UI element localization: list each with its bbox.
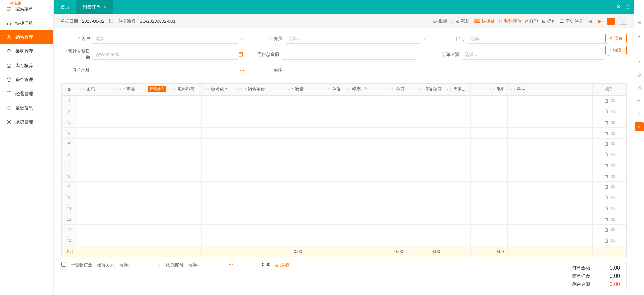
delete-row-icon[interactable]: 🗑 <box>604 119 609 125</box>
shortcut-link[interactable]: ⌨ 快捷键 <box>474 18 495 24</box>
settings-button[interactable]: ⚙ 设置 <box>605 34 627 43</box>
col-quote[interactable]: ▲▼报价金额 <box>407 84 444 96</box>
delete-row-icon[interactable]: 🗑 <box>604 173 609 179</box>
col-unit[interactable]: ▲▼*销售单位 <box>235 84 269 96</box>
table-row[interactable]: 11🗑⧉ <box>62 203 626 214</box>
table-row[interactable]: 9🗑⧉ <box>62 182 626 192</box>
sidebar-item-basic[interactable]: 基础信息 <box>0 101 53 115</box>
salesman-lookup-icon[interactable]: ⋯ <box>420 36 429 41</box>
copy-row-icon[interactable]: ⧉ <box>611 98 615 103</box>
add-payment-button[interactable]: ⊕ 添加 <box>275 262 289 268</box>
delete-row-icon[interactable]: 🗑 <box>604 152 609 157</box>
col-spec[interactable]: ▲▼规格型号 <box>168 84 201 96</box>
col-refcost[interactable]: ▲▼参考成本 <box>201 84 235 96</box>
copy-row-icon[interactable]: ⧉ <box>611 195 615 200</box>
delete-row-icon[interactable]: 🗑 <box>604 206 609 211</box>
next-doc[interactable]: ▶ <box>597 19 603 24</box>
view-mode-detail[interactable]: ☰ <box>607 18 615 25</box>
delivery-calendar-icon[interactable] <box>238 51 243 58</box>
calendar-icon[interactable] <box>109 18 114 24</box>
sidebar-item-sales[interactable]: 销售管理 <box>0 30 53 44</box>
delete-row-icon[interactable]: 🗑 <box>604 130 609 136</box>
address-input[interactable] <box>93 65 238 75</box>
tab-sales-order[interactable]: 销售订单 ✕ <box>76 0 113 14</box>
deposit-checkbox[interactable] <box>61 262 66 267</box>
delete-row-icon[interactable]: 🗑 <box>604 195 609 200</box>
source-input[interactable] <box>463 49 604 60</box>
sidebar-item-system[interactable]: 系统管理 <box>0 115 53 129</box>
remark-input[interactable] <box>286 65 578 75</box>
delete-row-icon[interactable]: 🗑 <box>604 109 609 114</box>
print-link[interactable]: ⎙ 打印 <box>525 18 538 24</box>
col-discount[interactable]: ▲▼优惠... <box>444 84 470 96</box>
col-barcode[interactable]: ▲▼条码 <box>77 84 114 96</box>
edit-icon[interactable]: ✎ <box>337 86 341 91</box>
copy-row-icon[interactable]: ⧉ <box>611 216 615 222</box>
table-row[interactable]: 13🗑⧉ <box>62 225 626 235</box>
delete-row-icon[interactable]: 🗑 <box>604 227 609 232</box>
delete-row-icon[interactable]: 🗑 <box>604 162 609 168</box>
settle-select[interactable] <box>119 262 153 267</box>
copy-row-icon[interactable]: ⧉ <box>611 173 615 179</box>
rb-star-icon[interactable]: ☆ <box>636 110 643 116</box>
delete-row-icon[interactable]: 🗑 <box>604 238 609 243</box>
customer-lookup-icon[interactable]: ⋯ <box>238 36 247 41</box>
customer-input[interactable] <box>93 34 238 44</box>
account-lookup-icon[interactable]: ⋯ <box>227 262 235 267</box>
sidebar-item-finance[interactable]: 资金管理 <box>0 73 53 87</box>
copy-row-icon[interactable]: ⧉ <box>611 227 615 232</box>
copy-row-icon[interactable]: ⧉ <box>611 130 615 136</box>
sidebar-item-purchase[interactable]: 采购管理 <box>0 44 53 59</box>
col-gear[interactable]: ⚙ <box>62 84 77 96</box>
rb-shield-icon[interactable]: ⛨ <box>636 33 643 40</box>
table-row[interactable]: 3🗑⧉ <box>62 117 626 128</box>
profit-link[interactable]: ◎ 毛利预估 <box>499 18 521 24</box>
table-row[interactable]: 10🗑⧉ <box>62 192 626 203</box>
sidebar-item-business[interactable]: 经营管理 <box>0 87 53 101</box>
copy-row-icon[interactable]: ⧉ <box>611 109 615 114</box>
table-row[interactable]: 4🗑⧉ <box>62 128 626 139</box>
rb-history-icon[interactable]: ↺ <box>636 59 643 65</box>
tab-home[interactable]: 首页 <box>54 0 76 14</box>
table-row[interactable]: 2🗑⧉ <box>62 106 626 117</box>
delete-row-icon[interactable]: 🗑 <box>604 98 609 103</box>
col-qty[interactable]: ▲▼*数量 <box>269 84 306 96</box>
copy-row-icon[interactable]: ⧉ <box>611 184 615 189</box>
copy-row-icon[interactable]: ⧉ <box>611 141 615 146</box>
scan-badge[interactable]: 扫码录入 <box>148 86 166 92</box>
rb-ticket-icon[interactable]: ⎘ <box>636 84 643 91</box>
col-taxrate[interactable]: ▲▼税率✎ <box>343 84 370 96</box>
copy-row-icon[interactable]: ⧉ <box>611 152 615 157</box>
table-row[interactable]: 14🗑⧉ <box>62 235 626 246</box>
prev-doc[interactable]: ◀ <box>587 19 593 24</box>
tab-close-icon[interactable]: ✕ <box>103 5 106 9</box>
table-row[interactable]: 5🗑⧉ <box>62 139 626 149</box>
account-select[interactable] <box>188 262 222 267</box>
address-lookup-icon[interactable]: ⋯ <box>238 68 247 73</box>
sidebar-item-nav[interactable]: 快捷导航 <box>0 16 53 30</box>
table-row[interactable]: 6🗑⧉ <box>62 149 626 160</box>
fullscreen-icon[interactable] <box>624 0 634 14</box>
edit-icon[interactable]: ✎ <box>364 86 368 91</box>
table-row[interactable]: 12🗑⧉ <box>62 214 626 225</box>
delete-row-icon[interactable]: 🗑 <box>604 184 609 189</box>
history-link[interactable]: ☰ 历史单据 <box>560 18 583 24</box>
date-value[interactable]: 2023-06-02 <box>82 19 105 24</box>
copy-row-icon[interactable]: ⧉ <box>611 206 615 211</box>
settle-dropdown-icon[interactable]: ⌄ <box>158 262 161 267</box>
col-product[interactable]: ▲▼*商品扫码录入 <box>114 84 168 96</box>
dept-input[interactable] <box>468 34 609 44</box>
col-price[interactable]: ▲▼单价✎ <box>306 84 343 96</box>
close-all-tabs[interactable]: ✕ <box>612 0 624 14</box>
rb-link-icon[interactable]: ⚯ <box>636 97 643 104</box>
sidebar-item-inventory[interactable]: 库存核算 <box>0 59 53 73</box>
table-row[interactable]: 7🗑⧉ <box>62 160 626 171</box>
copy-row-icon[interactable]: ⧉ <box>611 162 615 168</box>
view-mode-grid[interactable]: ⊞ <box>619 18 627 25</box>
video-link[interactable]: ⊙ 视频 <box>433 18 447 24</box>
notax-input[interactable] <box>282 49 417 60</box>
logistics-button[interactable]: + 物流 <box>605 46 627 55</box>
rb-stock-icon[interactable]: ⬚ <box>636 46 643 52</box>
table-row[interactable]: 8🗑⧉ <box>62 171 626 182</box>
col-profit[interactable]: ▲▼毛利 <box>470 84 507 96</box>
